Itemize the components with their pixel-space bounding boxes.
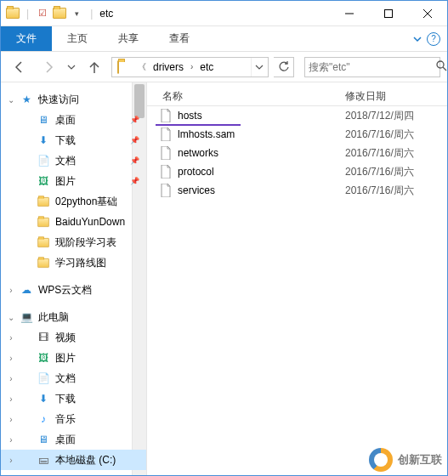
chevron-down-icon bbox=[413, 35, 422, 43]
pin-icon: 📌 bbox=[130, 156, 139, 165]
sidebar-item-label: 文档 bbox=[55, 154, 76, 168]
sidebar-item-documents[interactable]: ›📄文档 bbox=[1, 368, 146, 388]
up-button[interactable] bbox=[82, 55, 106, 79]
sidebar-item-desktop[interactable]: ›🖥桌面 bbox=[1, 429, 146, 450]
file-date: 2016/7/16/周六 bbox=[345, 128, 447, 142]
tab-share[interactable]: 共享 bbox=[103, 26, 154, 51]
sidebar-item-folder[interactable]: 学习路线图 bbox=[1, 252, 146, 273]
chevron-down-icon[interactable]: ⌄ bbox=[6, 95, 16, 105]
document-icon: 📄 bbox=[37, 154, 50, 167]
file-row[interactable]: protocol2016/7/16/周六 bbox=[147, 162, 447, 181]
tab-home[interactable]: 主页 bbox=[52, 26, 103, 51]
sidebar-item-this-pc[interactable]: ⌄ 💻 此电脑 bbox=[1, 307, 146, 327]
properties-icon[interactable]: ☑ bbox=[36, 7, 49, 20]
sidebar-item-label: 快速访问 bbox=[38, 93, 79, 107]
back-button[interactable] bbox=[8, 55, 31, 79]
watermark-text: 创新互联 bbox=[398, 452, 442, 468]
tree-quick-access: ⌄ ★ 快速访问 🖥桌面📌 ⬇下载📌 📄文档📌 🖼图片📌 02python基础 … bbox=[1, 89, 146, 273]
tab-file[interactable]: 文件 bbox=[1, 26, 52, 51]
sidebar-item-label: 此电脑 bbox=[38, 310, 69, 325]
refresh-button[interactable] bbox=[274, 57, 294, 77]
minimize-button[interactable] bbox=[330, 1, 369, 26]
recent-dropdown[interactable] bbox=[65, 55, 77, 79]
file-row[interactable]: networks2016/7/16/周六 bbox=[147, 144, 447, 162]
sidebar-item-pictures[interactable]: 🖼图片📌 bbox=[1, 171, 146, 191]
chevron-right-icon[interactable]: › bbox=[6, 435, 16, 445]
watermark: 创新互联 bbox=[369, 448, 442, 472]
column-header-name[interactable]: 名称 bbox=[147, 89, 345, 104]
watermark-logo-icon bbox=[369, 448, 393, 472]
chevron-down-icon bbox=[67, 63, 76, 71]
chevron-right-icon[interactable]: › bbox=[6, 354, 16, 363]
close-button[interactable] bbox=[408, 1, 447, 26]
chevron-right-icon[interactable]: › bbox=[6, 394, 16, 404]
file-name: services bbox=[178, 184, 345, 196]
sidebar-item-quick-access[interactable]: ⌄ ★ 快速访问 bbox=[1, 89, 146, 110]
pin-icon: 📌 bbox=[130, 136, 139, 144]
window-controls bbox=[330, 1, 447, 26]
help-icon[interactable]: ? bbox=[427, 32, 440, 46]
sidebar-item-folder[interactable]: 02python基础 bbox=[1, 191, 146, 212]
file-row[interactable]: lmhosts.sam2016/7/16/周六 bbox=[147, 125, 447, 144]
file-date: 2018/7/12/周四 bbox=[345, 109, 447, 123]
forward-button[interactable] bbox=[37, 55, 60, 79]
maximize-button[interactable] bbox=[369, 1, 408, 26]
video-icon: 🎞 bbox=[37, 331, 50, 344]
address-bar[interactable]: 《 drivers › etc bbox=[111, 57, 269, 77]
sidebar-item-wps-cloud[interactable]: › ☁ WPS云文档 bbox=[1, 280, 146, 300]
file-icon bbox=[159, 146, 173, 160]
chevron-right-icon[interactable]: › bbox=[6, 286, 16, 295]
ribbon-collapse[interactable]: ? bbox=[413, 26, 447, 51]
svg-line-6 bbox=[443, 67, 446, 71]
sidebar-item-label: 02python基础 bbox=[55, 195, 117, 209]
sidebar-item-folder[interactable]: BaiduYunDown bbox=[1, 212, 146, 232]
chevron-down-icon[interactable]: ⌄ bbox=[6, 313, 16, 322]
column-headers: 名称 修改日期 bbox=[147, 82, 447, 106]
breadcrumb-segment[interactable]: etc bbox=[196, 58, 217, 76]
file-row[interactable]: hosts2018/7/12/周四 bbox=[147, 106, 447, 125]
refresh-icon bbox=[278, 61, 290, 73]
qat: | ☑ ▾ | bbox=[1, 7, 96, 20]
address-root[interactable] bbox=[114, 58, 134, 76]
sidebar-item-local-disk-c[interactable]: ›🖴本地磁盘 (C:) bbox=[1, 450, 146, 470]
disk-icon: 🖴 bbox=[37, 453, 50, 467]
chevron-right-icon[interactable]: › bbox=[6, 415, 16, 424]
pin-icon: 📌 bbox=[130, 116, 139, 124]
sidebar-item-pictures[interactable]: ›🖼图片 bbox=[1, 348, 146, 368]
file-name: networks bbox=[178, 147, 345, 159]
breadcrumb-sep[interactable]: 《 bbox=[134, 61, 150, 73]
chevron-right-icon[interactable]: › bbox=[6, 333, 16, 343]
sidebar-item-documents[interactable]: 📄文档📌 bbox=[1, 150, 146, 171]
sidebar-item-downloads[interactable]: ⬇下载📌 bbox=[1, 130, 146, 150]
search-input[interactable] bbox=[309, 61, 436, 73]
qat-dropdown-icon[interactable]: ▾ bbox=[70, 7, 83, 20]
sidebar-item-label: 图片 bbox=[55, 174, 76, 189]
sidebar-item-videos[interactable]: ›🎞视频 bbox=[1, 327, 146, 348]
pictures-icon: 🖼 bbox=[37, 174, 50, 188]
chevron-right-icon[interactable]: › bbox=[6, 456, 16, 465]
sidebar-item-music[interactable]: ›♪音乐 bbox=[1, 409, 146, 429]
file-view: 名称 修改日期 hosts2018/7/12/周四 lmhosts.sam201… bbox=[147, 82, 447, 476]
search-icon[interactable] bbox=[436, 60, 447, 74]
chevron-right-icon[interactable]: › bbox=[6, 374, 16, 383]
window-title: etc bbox=[99, 8, 113, 20]
download-icon: ⬇ bbox=[37, 392, 50, 405]
address-history-dropdown[interactable] bbox=[251, 58, 266, 76]
file-date: 2016/7/16/周六 bbox=[345, 146, 447, 161]
chevron-right-icon[interactable]: › bbox=[187, 62, 196, 71]
sidebar-item-label: 下载 bbox=[55, 133, 76, 148]
file-row[interactable]: services2016/7/16/周六 bbox=[147, 181, 447, 200]
computer-icon: 💻 bbox=[20, 310, 33, 324]
file-name: protocol bbox=[178, 166, 345, 178]
search-box[interactable] bbox=[304, 57, 440, 77]
sidebar-item-label: 图片 bbox=[55, 351, 76, 366]
sidebar-item-label: 下载 bbox=[55, 392, 76, 406]
qat-separator: | bbox=[26, 8, 29, 20]
sidebar-item-folder[interactable]: 现阶段学习表 bbox=[1, 232, 146, 252]
maximize-icon bbox=[384, 9, 393, 18]
column-header-modified[interactable]: 修改日期 bbox=[345, 89, 447, 104]
tab-view[interactable]: 查看 bbox=[154, 26, 205, 51]
sidebar-item-desktop[interactable]: 🖥桌面📌 bbox=[1, 110, 146, 130]
sidebar-item-downloads[interactable]: ›⬇下载 bbox=[1, 388, 146, 409]
breadcrumb-segment[interactable]: drivers bbox=[150, 58, 187, 76]
